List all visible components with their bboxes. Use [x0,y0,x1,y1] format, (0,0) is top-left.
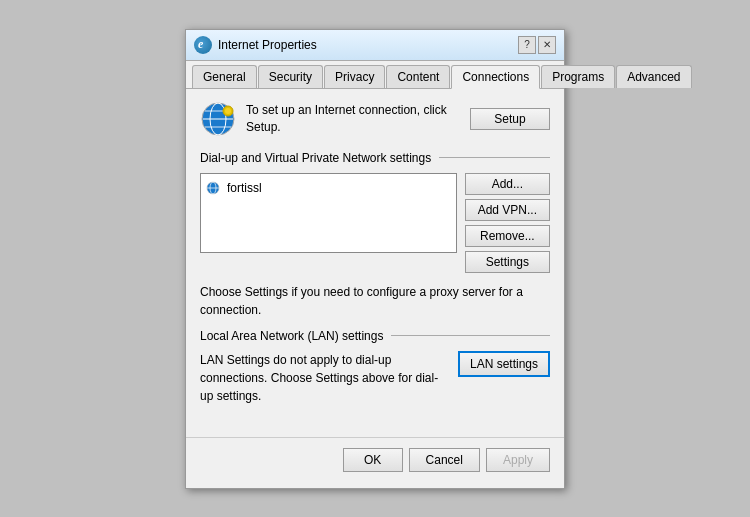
tab-security[interactable]: Security [258,65,323,88]
vpn-area: fortissl Add... Add VPN... Remove... Set… [200,173,550,273]
tab-content[interactable]: Content [386,65,450,88]
lan-area: LAN Settings do not apply to dial-up con… [200,351,550,405]
tab-programs[interactable]: Programs [541,65,615,88]
setup-description: To set up an Internet connection, click … [246,102,460,136]
title-bar-left: Internet Properties [194,36,317,54]
vpn-section-header: Dial-up and Virtual Private Network sett… [200,151,550,165]
settings-button[interactable]: Settings [465,251,550,273]
internet-properties-dialog: Internet Properties ? ✕ General Security… [185,29,565,489]
tab-connections[interactable]: Connections [451,65,540,89]
list-item: fortissl [205,178,452,198]
lan-section-header: Local Area Network (LAN) settings [200,329,550,343]
close-button[interactable]: ✕ [538,36,556,54]
globe-icon [200,101,236,137]
tab-advanced[interactable]: Advanced [616,65,691,88]
tab-privacy[interactable]: Privacy [324,65,385,88]
cancel-button[interactable]: Cancel [409,448,480,472]
lan-settings-button[interactable]: LAN settings [458,351,550,377]
apply-button[interactable]: Apply [486,448,550,472]
proxy-description: Choose Settings if you need to configure… [200,283,550,319]
vpn-list[interactable]: fortissl [200,173,457,253]
add-vpn-button[interactable]: Add VPN... [465,199,550,221]
setup-section: To set up an Internet connection, click … [200,101,550,137]
lan-section: Local Area Network (LAN) settings LAN Se… [200,329,550,405]
title-bar: Internet Properties ? ✕ [186,30,564,61]
title-bar-controls: ? ✕ [518,36,556,54]
dialog-title: Internet Properties [218,38,317,52]
svg-point-6 [225,108,231,114]
ie-icon [194,36,212,54]
ok-button[interactable]: OK [343,448,403,472]
lan-description: LAN Settings do not apply to dial-up con… [200,351,448,405]
dialog-footer: OK Cancel Apply [186,437,564,482]
tab-content-area: To set up an Internet connection, click … [186,89,564,417]
help-button[interactable]: ? [518,36,536,54]
vpn-buttons: Add... Add VPN... Remove... Settings [465,173,550,273]
vpn-item-name: fortissl [227,181,262,195]
remove-button[interactable]: Remove... [465,225,550,247]
vpn-connection-icon [205,180,221,196]
add-button[interactable]: Add... [465,173,550,195]
setup-button[interactable]: Setup [470,108,550,130]
tab-bar: General Security Privacy Content Connect… [186,61,564,89]
tab-general[interactable]: General [192,65,257,88]
